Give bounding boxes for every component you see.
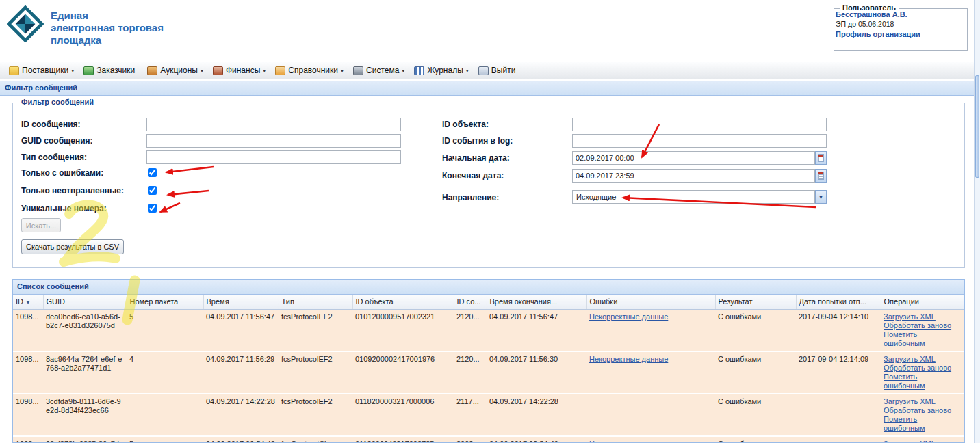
error-details-link[interactable]: Некорректные данные: [589, 312, 668, 321]
cell-time: 04.09.2017 11:56:47: [203, 309, 279, 351]
page-title: Фильтр сообщений: [0, 81, 974, 96]
nav-item-system[interactable]: Система ▾: [348, 64, 409, 77]
sort-desc-icon: ▼: [25, 299, 31, 306]
table-row[interactable]: 1098... dea0bed6-ea10-a56d-b2c7-e831d326…: [13, 309, 964, 351]
unsent-only-checkbox[interactable]: [148, 186, 157, 195]
col-type[interactable]: Тип: [279, 295, 352, 309]
op-reprocess-link[interactable]: Обработать заново: [884, 321, 962, 330]
nav-item-label: Выйти: [491, 66, 516, 75]
op-load-xml-link[interactable]: Загрузить XML: [884, 397, 962, 406]
scrollbar-thumb[interactable]: [975, 75, 979, 178]
start-date-calendar-icon[interactable]: [815, 151, 827, 165]
direction-dropdown-icon[interactable]: [815, 190, 827, 204]
op-mark-error-link[interactable]: Пометить ошибочным: [884, 330, 931, 348]
main-menu: Поставщики ▾ Заказчики Аукционы ▾ Финанс…: [0, 62, 974, 79]
col-result[interactable]: Результат: [715, 295, 796, 309]
log-event-id-input[interactable]: [572, 134, 827, 148]
message-guid-label: GUID сообщения:: [21, 136, 93, 146]
cell-packet: 4: [127, 351, 203, 394]
col-end-time[interactable]: Время окончания...: [487, 295, 586, 309]
chevron-down-icon: ▾: [263, 68, 266, 74]
nav-item-journals[interactable]: Журналы ▾: [409, 64, 473, 77]
cell-attempt-date: 2017-09-04 12:14:09: [796, 351, 881, 394]
col-attempt-date[interactable]: Дата попытки отп...: [796, 295, 881, 309]
start-date-input[interactable]: [572, 151, 815, 165]
cell-time: 04.09.2017 11:56:29: [203, 351, 279, 394]
cell-packet: [127, 394, 203, 436]
logo[interactable]: Единая электронная торговая площадка: [7, 4, 212, 52]
cell-guid: dea0bed6-ea10-a56d-b2c7-e831d326075d: [43, 309, 127, 351]
cell-id: 1098...: [13, 309, 43, 351]
op-mark-error-link[interactable]: Пометить ошибочным: [884, 415, 931, 433]
nav-item-finance[interactable]: Финансы ▾: [208, 64, 270, 77]
cell-attempt-date: [796, 394, 881, 436]
nav-item-label: Заказчики: [96, 66, 135, 75]
object-id-label: ID объекта:: [442, 120, 489, 129]
col-operations[interactable]: Операции: [881, 295, 964, 309]
org-profile-link[interactable]: Профиль организации: [836, 29, 967, 39]
message-guid-input[interactable]: [146, 134, 401, 148]
messages-table: ID▼ GUID Номер пакета Время Тип ID объек…: [13, 295, 964, 443]
direction-label: Направление:: [442, 193, 499, 202]
logo-line-1: Единая: [51, 10, 164, 22]
chevron-down-icon: ▾: [201, 68, 203, 74]
cell-so-id: 2117...: [454, 394, 487, 436]
logo-line-2: электронная торговая: [51, 22, 164, 34]
cell-errors: Некорректные данные: [586, 351, 715, 394]
cell-result: С ошибками: [715, 309, 796, 351]
app-window: Единая электронная торговая площадка Пол…: [0, 0, 980, 443]
search-button[interactable]: Искать...: [21, 218, 61, 232]
nav-item-label: Система: [366, 66, 399, 75]
col-so-id[interactable]: ID со...: [454, 295, 487, 309]
nav-item-label: Журналы: [427, 66, 463, 75]
op-mark-error-link[interactable]: Пометить ошибочным: [884, 373, 931, 390]
object-id-input[interactable]: [572, 118, 827, 131]
op-load-xml-link[interactable]: Загрузить XML: [884, 312, 962, 321]
col-packet-number[interactable]: Номер пакета: [127, 295, 203, 309]
error-details-link[interactable]: Некорректные данные: [589, 440, 668, 443]
filter-panel-legend: Фильтр сообщений: [18, 98, 96, 106]
table-row[interactable]: 1098... 3cdfda9b-8111-6d6e-9e2d-8d34f423…: [13, 394, 964, 436]
op-reprocess-link[interactable]: Обработать заново: [884, 364, 962, 373]
header: Единая электронная торговая площадка Пол…: [0, 0, 980, 62]
cell-id: 1098...: [13, 394, 43, 436]
message-id-input[interactable]: [146, 118, 401, 131]
nav-item-logout[interactable]: Выйти: [474, 64, 524, 77]
end-date-input[interactable]: [572, 169, 815, 183]
op-load-xml-link[interactable]: Загрузить XML: [884, 355, 962, 364]
cell-packet: 5: [127, 436, 203, 443]
direction-select[interactable]: Исходящие: [572, 190, 815, 204]
table-row[interactable]: 1098... 98cf378b-9885-89c7-b2d4-e831f2a6…: [13, 436, 964, 443]
col-errors[interactable]: Ошибки: [586, 295, 715, 309]
nav-item-suppliers[interactable]: Поставщики ▾: [4, 64, 79, 77]
col-time[interactable]: Время: [203, 295, 279, 309]
cell-so-id: 2002...: [454, 436, 487, 443]
end-date-calendar-icon[interactable]: [815, 169, 827, 183]
vertical-scrollbar[interactable]: [974, 0, 980, 443]
cell-type: fcsProtocolEF2: [279, 309, 352, 351]
table-row[interactable]: 1098... 8ac9644a-7264-e6ef-e768-a2b2a774…: [13, 351, 964, 394]
col-guid[interactable]: GUID: [43, 295, 127, 309]
filter-panel: Фильтр сообщений ID сообщения: GUID сооб…: [12, 103, 965, 268]
message-type-input[interactable]: [146, 150, 401, 164]
errors-only-checkbox[interactable]: [148, 168, 157, 177]
unique-numbers-checkbox[interactable]: [148, 204, 157, 213]
download-csv-button[interactable]: Скачать результаты в CSV: [21, 239, 124, 254]
col-object-id[interactable]: ID объекта: [352, 295, 454, 309]
log-event-id-label: ID события в log:: [442, 136, 513, 146]
cell-so-id: 2120...: [454, 309, 487, 351]
cell-guid: 98cf378b-9885-89c7-b2d4-e831f2a6c715: [43, 436, 127, 443]
nav-item-auctions[interactable]: Аукционы ▾: [142, 64, 208, 77]
cell-end-time: 04.09.2017 11:56:30: [487, 351, 586, 394]
col-id[interactable]: ID▼: [13, 295, 43, 309]
op-reprocess-link[interactable]: Обработать заново: [884, 406, 962, 415]
logo-text: Единая электронная торговая площадка: [51, 10, 164, 46]
cell-attempt-date: [796, 436, 881, 443]
op-load-xml-link[interactable]: Загрузить XML: [884, 440, 962, 443]
nav-item-customers[interactable]: Заказчики: [79, 64, 142, 77]
cell-guid: 3cdfda9b-8111-6d6e-9e2d-8d34f423ec66: [43, 394, 127, 436]
cell-so-id: 2120...: [454, 351, 487, 394]
nav-item-directories[interactable]: Справочники ▾: [270, 64, 348, 77]
message-id-label: ID сообщения:: [21, 120, 81, 129]
error-details-link[interactable]: Некорректные данные: [589, 355, 668, 363]
